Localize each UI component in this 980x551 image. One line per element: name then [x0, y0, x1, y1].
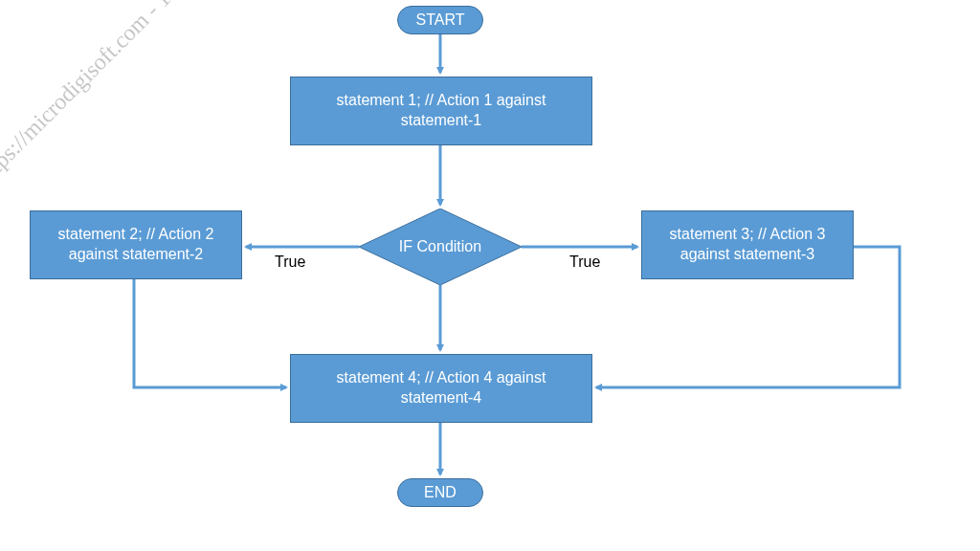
- start-node: START: [397, 6, 483, 34]
- process-statement-2: statement 2; // Action 2 against stateme…: [30, 210, 242, 279]
- decision-label: IF Condition: [359, 209, 522, 285]
- decision-if-condition: IF Condition: [359, 209, 522, 285]
- process-statement-3: statement 3; // Action 3 against stateme…: [641, 210, 854, 279]
- watermark-text: https://microdigisoft.com - 14:06: [0, 0, 205, 190]
- edge-label-true-right: True: [569, 253, 600, 271]
- edge-label-true-left: True: [275, 253, 305, 271]
- end-node: END: [397, 478, 483, 507]
- process-statement-4: statement 4; // Action 4 against stateme…: [290, 354, 592, 423]
- process-statement-1: statement 1; // Action 1 against stateme…: [290, 77, 592, 145]
